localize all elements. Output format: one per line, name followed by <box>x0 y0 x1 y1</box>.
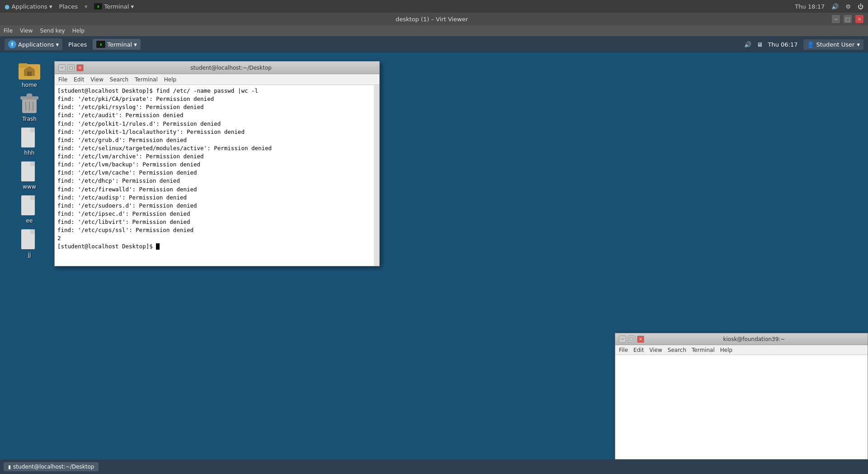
hhh-file-icon <box>19 127 40 148</box>
trash-icon <box>19 93 40 114</box>
jj-file-icon <box>19 228 40 250</box>
guest-places-menu[interactable]: Places <box>65 39 90 50</box>
virt-view-menu[interactable]: View <box>20 28 33 34</box>
main-terminal-window[interactable]: − □ × student@localhost:~/Desktop File E… <box>54 61 380 266</box>
desktop-icon-jj[interactable]: jj <box>14 228 45 258</box>
terminal-maximize-button[interactable]: □ <box>67 64 75 71</box>
secondary-terminal-body[interactable] <box>615 355 868 459</box>
secondary-terminal-buttons: − □ × <box>619 336 644 343</box>
guest-network-icon[interactable]: 🖥 <box>757 41 763 48</box>
desktop-icon-ee[interactable]: ee <box>14 194 45 224</box>
virt-file-menu[interactable]: File <box>4 28 13 34</box>
sec-edit-menu[interactable]: Edit <box>633 347 644 353</box>
taskbar-terminal-icon: ▮ <box>8 464 11 470</box>
terminal-title: student@localhost:~/Desktop <box>86 65 376 71</box>
terminal-icon: ▮ <box>96 41 105 48</box>
fedora-icon: f <box>8 40 16 48</box>
host-applications-menu[interactable]: ● Applications ▾ <box>5 3 52 10</box>
term-edit-menu[interactable]: Edit <box>74 76 84 83</box>
guest-terminal-menu[interactable]: ▮ Terminal ▾ <box>93 39 140 50</box>
guest-os: f Applications ▾ Places ▮ Terminal ▾ 🔊 🖥… <box>0 36 868 474</box>
host-topbar-right: Thu 18:17 🔊 ⚙ ⏻ <box>795 3 863 10</box>
terminal-window-buttons: − □ × <box>58 64 84 71</box>
terminal-menubar: File Edit View Search Terminal Help <box>55 74 379 85</box>
sec-terminal-menu[interactable]: Terminal <box>692 347 715 353</box>
term-terminal-menu[interactable]: Terminal <box>135 76 158 83</box>
desktop-icon-hhh[interactable]: hhh <box>14 127 45 156</box>
sec-close-button[interactable]: × <box>637 336 644 343</box>
svg-rect-2 <box>19 63 28 68</box>
host-terminal-menu[interactable]: ▮ Terminal ▾ <box>94 3 133 10</box>
home-folder-icon <box>19 59 40 81</box>
term-help-menu[interactable]: Help <box>164 76 176 83</box>
guest-clock: Thu 06:17 <box>768 41 798 48</box>
host-places-menu[interactable]: Places <box>59 3 78 10</box>
virt-viewer-title: desktop (1) – Virt Viewer <box>396 16 468 23</box>
maximize-button[interactable]: □ <box>844 15 852 23</box>
minimize-button[interactable]: − <box>832 15 840 23</box>
svg-rect-13 <box>30 128 35 132</box>
guest-taskbar: ▮ student@localhost:~/Desktop <box>0 460 868 474</box>
guest-user-icon: 👤 <box>807 41 814 48</box>
close-button[interactable]: × <box>855 15 863 23</box>
sec-file-menu[interactable]: File <box>619 347 628 353</box>
svg-rect-16 <box>30 161 35 166</box>
host-power-icon[interactable]: ⏻ <box>858 3 863 10</box>
desktop-icon-trash[interactable]: Trash <box>14 93 45 122</box>
desktop-icon-home[interactable]: home <box>14 59 45 88</box>
svg-rect-19 <box>30 195 35 200</box>
desktop-icons: home Trash <box>14 59 45 258</box>
guest-topbar-right: 🔊 🖥 Thu 06:17 👤 Student User ▾ <box>744 39 864 50</box>
virt-sendkey-menu[interactable]: Send key <box>40 28 65 34</box>
virt-viewer-window-buttons: − □ × <box>832 15 863 23</box>
svg-rect-7 <box>27 94 32 97</box>
guest-user-menu[interactable]: 👤 Student User ▾ <box>803 39 863 50</box>
host-settings-icon[interactable]: ⚙ <box>845 3 851 10</box>
terminal-scrollbar[interactable] <box>374 85 379 266</box>
svg-rect-4 <box>27 71 32 76</box>
host-volume-icon[interactable]: 🔊 <box>831 3 839 10</box>
www-icon-label: www <box>23 184 36 190</box>
virt-viewer-window: desktop (1) – Virt Viewer − □ × File Vie… <box>0 13 868 474</box>
sec-maximize-button[interactable]: □ <box>628 336 635 343</box>
virt-viewer-titlebar: desktop (1) – Virt Viewer − □ × <box>0 13 868 25</box>
terminal-close-button[interactable]: × <box>76 64 84 71</box>
sec-help-menu[interactable]: Help <box>720 347 732 353</box>
terminal-minimize-button[interactable]: − <box>58 64 66 71</box>
guest-topbar: f Applications ▾ Places ▮ Terminal ▾ 🔊 🖥… <box>0 36 868 52</box>
secondary-terminal-titlebar: − □ × kiosk@foundation39:~ <box>615 333 868 345</box>
www-file-icon <box>19 161 40 182</box>
secondary-terminal-window[interactable]: − □ × kiosk@foundation39:~ File Edit Vie… <box>615 333 868 460</box>
sec-search-menu[interactable]: Search <box>668 347 686 353</box>
term-view-menu[interactable]: View <box>90 76 103 83</box>
sec-minimize-button[interactable]: − <box>619 336 626 343</box>
ee-icon-label: ee <box>26 218 33 224</box>
virt-help-menu[interactable]: Help <box>72 28 85 34</box>
cursor-block <box>156 243 160 250</box>
guest-applications-menu[interactable]: f Applications ▾ <box>5 38 62 50</box>
virt-viewer-menubar: File View Send key Help <box>0 25 868 36</box>
secondary-terminal-menubar: File Edit View Search Terminal Help <box>615 345 868 355</box>
term-search-menu[interactable]: Search <box>110 76 128 83</box>
ee-file-icon <box>19 194 40 216</box>
host-topbar: ● Applications ▾ Places ▾ ▮ Terminal ▾ T… <box>0 0 868 13</box>
hhh-icon-label: hhh <box>24 150 35 156</box>
jj-icon-label: jj <box>28 251 31 258</box>
guest-volume-icon[interactable]: 🔊 <box>744 41 751 48</box>
sec-view-menu[interactable]: View <box>649 347 662 353</box>
term-file-menu[interactable]: File <box>58 76 67 83</box>
desktop-icon-www[interactable]: www <box>14 161 45 190</box>
home-icon-label: home <box>22 82 37 88</box>
terminal-titlebar: − □ × student@localhost:~/Desktop <box>55 62 379 74</box>
host-topbar-left: ● Applications ▾ Places ▾ ▮ Terminal ▾ <box>5 3 134 10</box>
terminal-body[interactable]: [student@localhost Desktop]$ find /etc/ … <box>55 85 379 266</box>
taskbar-terminal-item[interactable]: ▮ student@localhost:~/Desktop <box>4 462 99 471</box>
trash-icon-label: Trash <box>22 116 37 122</box>
svg-rect-22 <box>30 229 35 234</box>
host-time: Thu 18:17 <box>795 3 825 10</box>
secondary-terminal-title: kiosk@foundation39:~ <box>644 336 864 342</box>
